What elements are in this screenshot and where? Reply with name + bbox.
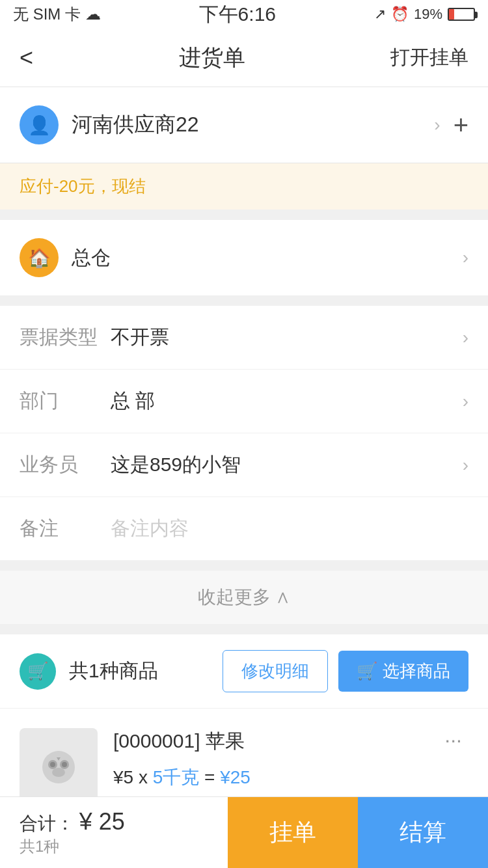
add-supplier-button[interactable]: + <box>454 111 468 140</box>
remark-label: 备注 <box>20 515 98 542</box>
dept-row[interactable]: 部门 总 部 › <box>0 370 488 433</box>
product-title: 苹果 <box>206 730 245 752</box>
staff-value: 这是859的小智 <box>111 452 463 478</box>
supplier-chevron-icon: › <box>434 115 440 135</box>
collapse-row[interactable]: 收起更多 ∧ <box>0 571 488 624</box>
warehouse-row[interactable]: 🏠 总仓 › <box>0 220 488 295</box>
ticket-type-label: 票据类型 <box>20 324 98 351</box>
cart-icon: 🛒 <box>27 661 48 681</box>
checkout-button[interactable]: 结算 <box>358 797 488 869</box>
supplier-name: 河南供应商22 <box>72 111 199 139</box>
product-price: ¥5 x 5千克 = ¥25 <box>113 765 438 790</box>
product-thumbnail <box>20 728 98 806</box>
supplier-section: 👤 河南供应商22 › + 应付-20元，现结 <box>0 87 488 210</box>
back-button[interactable]: < <box>20 44 33 72</box>
status-right: ↗ ⏰ 19% <box>374 6 475 23</box>
bottom-bar: 合计： ¥ 25 共1种 挂单 结算 <box>0 796 488 868</box>
modify-detail-button[interactable]: 修改明细 <box>223 650 328 692</box>
battery-icon <box>448 8 475 21</box>
dept-chevron-icon: › <box>463 391 468 412</box>
total-line: 合计： ¥ 25 <box>20 808 208 836</box>
price-equals: = <box>204 767 220 787</box>
remark-row[interactable]: 备注 备注内容 <box>0 497 488 560</box>
sim-label: 无 SIM 卡 ☁ <box>13 4 101 25</box>
warehouse-icon: 🏠 <box>20 238 59 277</box>
supplier-avatar: 👤 <box>20 105 59 144</box>
products-icon: 🛒 <box>20 653 56 690</box>
divider <box>0 624 488 634</box>
select-label: 选择商品 <box>383 660 450 683</box>
product-name: [0000001] 苹果 <box>113 728 438 755</box>
collapse-label: 收起更多 ∧ <box>198 585 291 610</box>
notice-bar: 应付-20元，现结 <box>0 163 488 210</box>
supplier-row[interactable]: 👤 河南供应商22 › + <box>0 87 488 163</box>
ticket-type-value: 不开票 <box>111 324 463 351</box>
product-more-button[interactable]: ··· <box>438 728 468 752</box>
total-count: 共1种 <box>20 836 208 857</box>
notice-text: 应付-20元，现结 <box>20 176 146 196</box>
remark-input[interactable]: 备注内容 <box>111 515 468 542</box>
status-bar: 无 SIM 卡 ☁ 下午6:16 ↗ ⏰ 19% <box>0 0 488 29</box>
dept-value: 总 部 <box>111 388 463 414</box>
open-hang-button[interactable]: 打开挂单 <box>390 44 468 71</box>
page-title: 进货单 <box>179 43 245 73</box>
content-area: 👤 河南供应商22 › + 应付-20元，现结 🏠 总仓 › 票据类型 不开票 … <box>0 87 488 868</box>
hang-button[interactable]: 挂单 <box>228 797 358 869</box>
price-total: ¥25 <box>220 767 251 787</box>
staff-label: 业务员 <box>20 452 98 478</box>
warehouse-chevron-icon: › <box>463 247 468 268</box>
total-section: 合计： ¥ 25 共1种 <box>0 808 228 857</box>
avatar-icon: 👤 <box>28 115 51 136</box>
status-time: 下午6:16 <box>199 1 276 28</box>
product-info: [0000001] 苹果 ¥5 x 5千克 = ¥25 <box>113 728 438 790</box>
products-count: 共1种商品 <box>69 658 223 685</box>
select-product-button[interactable]: 🛒 选择商品 <box>338 651 468 692</box>
svg-point-4 <box>62 762 67 767</box>
price-unit: ¥5 x <box>113 767 153 787</box>
warehouse-section: 🏠 总仓 › <box>0 220 488 295</box>
warehouse-name: 总仓 <box>72 245 463 271</box>
nav-bar: < 进货单 打开挂单 <box>0 29 488 87</box>
total-amount: ¥ 25 <box>79 808 125 835</box>
products-header: 🛒 共1种商品 修改明细 🛒 选择商品 <box>0 634 488 709</box>
status-left: 无 SIM 卡 ☁ <box>13 4 101 25</box>
total-label: 合计： <box>20 813 74 834</box>
svg-point-3 <box>50 762 55 767</box>
staff-chevron-icon: › <box>463 455 468 476</box>
svg-point-0 <box>42 751 75 783</box>
supplier-left: 👤 河南供应商22 <box>20 105 421 144</box>
dept-label: 部门 <box>20 388 98 414</box>
alarm-icon: ⏰ <box>391 6 409 23</box>
staff-row[interactable]: 业务员 这是859的小智 › <box>0 433 488 497</box>
price-quantity: 5千克 <box>153 767 200 787</box>
ticket-type-row[interactable]: 票据类型 不开票 › <box>0 306 488 370</box>
select-icon: 🛒 <box>357 661 377 681</box>
svg-point-5 <box>52 768 65 777</box>
ticket-type-chevron-icon: › <box>463 327 468 348</box>
product-code: [0000001] <box>113 730 206 752</box>
location-icon: ↗ <box>374 6 386 23</box>
fields-section: 票据类型 不开票 › 部门 总 部 › 业务员 这是859的小智 › 备注 备注… <box>0 306 488 560</box>
battery-label: 19% <box>414 6 442 23</box>
